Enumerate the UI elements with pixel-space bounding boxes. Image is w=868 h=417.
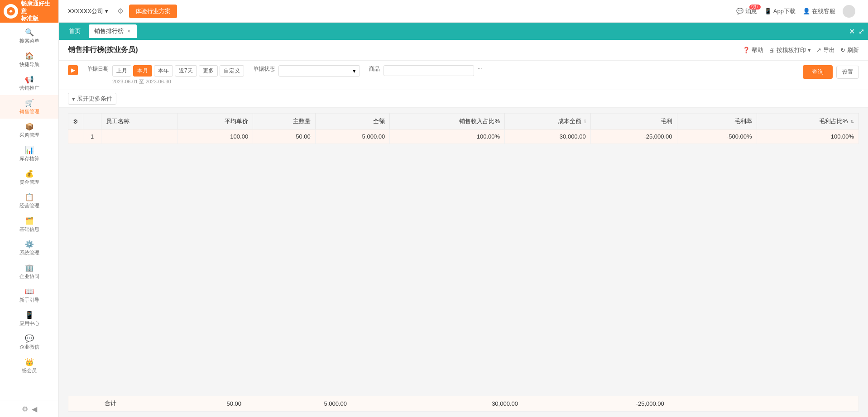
gross-pct-sort-icon[interactable]: ⇅ (850, 119, 854, 124)
close-window-icon[interactable]: ✕ (849, 27, 855, 36)
filter-settings-button[interactable]: 设置 (836, 66, 859, 79)
sidebar-item-inventory[interactable]: 📊 库存核算 (0, 142, 58, 166)
collapse-icon[interactable]: ◀ (32, 405, 37, 413)
wechat-icon: 💬 (25, 334, 34, 343)
footer-cell-gross-rate (784, 396, 821, 412)
settings-bottom-icon[interactable]: ⚙ (22, 405, 28, 413)
date-btn-more[interactable]: 更多 (199, 65, 218, 77)
cell-settings (68, 129, 83, 144)
online-service-label: 在线客服 (812, 7, 835, 15)
refresh-icon: ↻ (840, 47, 845, 53)
online-service-button[interactable]: 👤 在线客服 (803, 7, 835, 15)
cell-sales-pct: 100.00% (390, 129, 505, 144)
message-button[interactable]: 💬 消息 99+ (736, 7, 757, 15)
export-button[interactable]: ↗ 导出 (816, 46, 835, 54)
sidebar-bottom: ⚙ ◀ (0, 401, 58, 417)
page-actions: ❓ 帮助 🖨 按模板打印 ▾ ↗ 导出 ↻ 刷新 (743, 46, 859, 60)
sidebar-item-purchase[interactable]: 📦 采购管理 (0, 119, 58, 142)
logo-icon (4, 4, 18, 19)
marketing-icon: 📢 (25, 75, 34, 84)
sidebar-item-search[interactable]: 🔍 搜索菜单 (0, 24, 58, 48)
sidebar-item-operation[interactable]: 📋 经营管理 (0, 189, 58, 213)
cost-info-icon[interactable]: ℹ (584, 119, 586, 124)
filter-section: ▶ 单据日期 上月 本月 本年 近7天 更多 自定义 2023-06-01 (59, 61, 868, 90)
sidebar: 畅康通好生意 标准版 🔍 搜索菜单 🏠 快捷导航 📢 营销推广 🛒 销售管理 📦… (0, 0, 59, 417)
footer-cell-rank (82, 396, 100, 412)
sidebar-item-sales[interactable]: 🛒 销售管理 (0, 95, 58, 119)
data-table: ⚙ 员工名称 平均单价 主数量 全额 (68, 113, 859, 144)
cell-cost: 30,000.00 (505, 129, 591, 144)
cell-gross: -25,000.00 (590, 129, 677, 144)
date-btn-this-month[interactable]: 本月 (133, 65, 152, 77)
print-button[interactable]: 🖨 按模板打印 ▾ (769, 46, 811, 54)
filter-main-row: ▶ 单据日期 上月 本月 本年 近7天 更多 自定义 2023-06-01 (68, 65, 859, 85)
date-btn-last-month[interactable]: 上月 (112, 65, 131, 77)
sidebar-item-member[interactable]: 👑 畅会员 (0, 354, 58, 378)
export-icon: ↗ (816, 47, 821, 53)
tab-sales-ranking[interactable]: 销售排行榜 × (89, 24, 137, 38)
col-header-settings[interactable]: ⚙ (68, 114, 83, 129)
filter-expand-arrow[interactable]: ▶ (68, 65, 78, 75)
col-header-gross-rate: 毛利率 (677, 114, 757, 129)
goods-input[interactable] (384, 65, 474, 76)
col-header-sales-pct: 销售收入占比% (390, 114, 505, 129)
company-selector[interactable]: XXXXXX公司 ▾ (64, 5, 112, 17)
sidebar-item-marketing[interactable]: 📢 营销推广 (0, 72, 58, 95)
topbar: XXXXXX公司 ▾ ⚙ 体验行业方案 💬 消息 99+ 📱 App下载 👤 在… (59, 0, 868, 23)
sidebar-item-system[interactable]: ⚙️ 系统管理 (0, 236, 58, 260)
col-header-amount: 全额 (315, 114, 389, 129)
page-header: 销售排行榜(按业务员) ❓ 帮助 🖨 按模板打印 ▾ ↗ 导出 ↻ 刷新 (59, 40, 868, 61)
purchase-icon: 📦 (25, 122, 34, 131)
refresh-button[interactable]: ↻ 刷新 (840, 46, 859, 54)
sidebar-item-guide[interactable]: 📖 新手引导 (0, 283, 58, 307)
enterprise-icon: 🏢 (25, 264, 34, 272)
app-download-button[interactable]: 📱 App下载 (764, 7, 796, 15)
help-button[interactable]: ❓ 帮助 (743, 46, 763, 54)
avatar[interactable] (843, 5, 855, 18)
message-badge: 99+ (749, 5, 761, 10)
footer-table: 合计 50.00 5,000.00 30,000.00 -25,000.00 (68, 396, 859, 412)
topbar-right: 💬 消息 99+ 📱 App下载 👤 在线客服 (736, 5, 863, 18)
col-header-gross: 毛利 (590, 114, 677, 129)
cell-gross-rate: -500.00% (677, 129, 757, 144)
main-area: XXXXXX公司 ▾ ⚙ 体验行业方案 💬 消息 99+ 📱 App下载 👤 在… (59, 0, 868, 417)
sidebar-item-wechat[interactable]: 💬 企业微信 (0, 331, 58, 354)
goods-filter-group: 商品 ··· (369, 65, 482, 76)
status-select-arrow: ▾ (353, 67, 356, 74)
finance-icon: 💰 (25, 169, 34, 178)
sidebar-item-app-center[interactable]: 📱 应用中心 (0, 307, 58, 331)
logo-text: 畅康通好生意 标准版 (21, 0, 55, 23)
date-btn-this-year[interactable]: 本年 (154, 65, 173, 77)
tab-home[interactable]: 首页 (62, 24, 87, 38)
tab-close-icon[interactable]: × (126, 28, 131, 34)
trial-button[interactable]: 体验行业方案 (129, 5, 177, 18)
date-btn-7days[interactable]: 近7天 (175, 65, 197, 77)
print-icon: 🖨 (769, 47, 775, 53)
sidebar-item-finance[interactable]: 💰 资金管理 (0, 166, 58, 189)
chevron-down-icon: ▾ (72, 96, 75, 102)
date-filter-group: 单据日期 上月 本月 本年 近7天 更多 自定义 2023-06-01 至 20… (87, 65, 244, 85)
table-area: ⚙ 员工名称 平均单价 主数量 全额 (59, 108, 868, 417)
status-select[interactable]: ▾ (278, 65, 360, 77)
col-header-quantity: 主数量 (253, 114, 316, 129)
topbar-settings-icon[interactable]: ⚙ (115, 5, 125, 17)
footer-cell-sales-pct (450, 396, 487, 412)
col-header-cost: 成本全额 ℹ (505, 114, 591, 129)
cell-employee (101, 129, 177, 144)
sidebar-item-enterprise[interactable]: 🏢 企业协同 (0, 260, 58, 283)
date-buttons: 上月 本月 本年 近7天 更多 自定义 (112, 65, 244, 77)
expand-more-button[interactable]: ▾ 展开更多条件 (68, 93, 116, 105)
expand-more-row: ▾ 展开更多条件 (59, 90, 868, 108)
goods-more-icon[interactable]: ··· (478, 65, 482, 72)
sidebar-item-quick-nav[interactable]: 🏠 快捷导航 (0, 48, 58, 72)
maximize-icon[interactable]: ⤢ (858, 27, 864, 36)
inventory-icon: 📊 (25, 146, 34, 154)
content: 销售排行榜(按业务员) ❓ 帮助 🖨 按模板打印 ▾ ↗ 导出 ↻ 刷新 (59, 40, 868, 417)
date-btn-custom[interactable]: 自定义 (220, 65, 244, 77)
operation-icon: 📋 (25, 193, 34, 201)
sidebar-item-basic-info[interactable]: 🗂️ 基础信息 (0, 213, 58, 236)
status-label: 单据状态 (253, 65, 275, 73)
tabbar-right: ✕ ⤢ (849, 27, 864, 36)
query-button[interactable]: 查询 (803, 65, 833, 79)
footer-cell-amount: 5,000.00 (319, 396, 450, 412)
